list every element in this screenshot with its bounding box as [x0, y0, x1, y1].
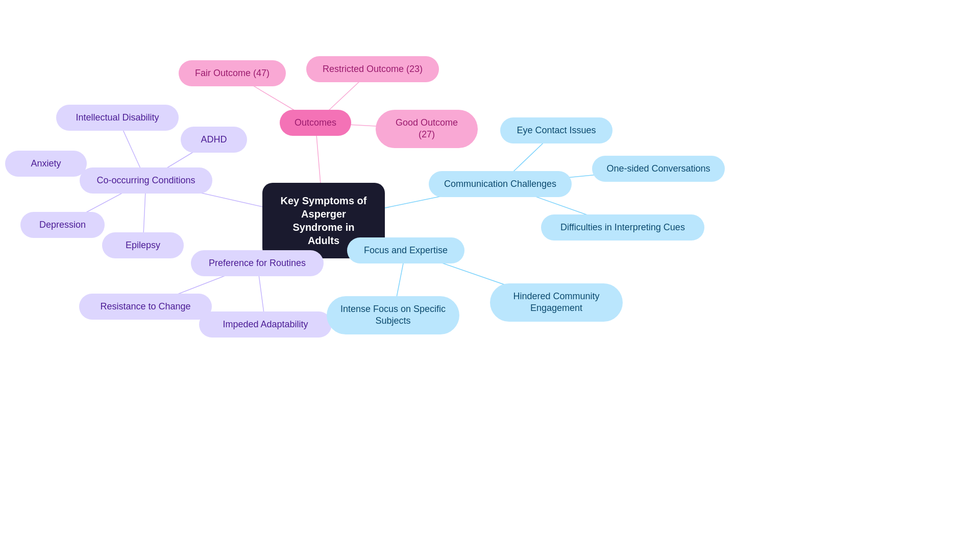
impeded-adaptability-node: Impeded Adaptability	[199, 311, 332, 338]
depression-node: Depression	[20, 212, 105, 238]
difficulties-interpreting-node: Difficulties in Interpreting Cues	[541, 214, 704, 241]
resistance-change-node: Resistance to Change	[79, 294, 212, 320]
hindered-community-node: Hindered Community Engagement	[490, 283, 623, 322]
co-occurring-node: Co-occurring Conditions	[80, 167, 212, 194]
outcomes-node: Outcomes	[280, 110, 351, 136]
restricted-outcome-node: Restricted Outcome (23)	[306, 56, 439, 82]
epilepsy-node: Epilepsy	[102, 232, 184, 258]
anxiety-node: Anxiety	[5, 151, 87, 177]
intellectual-disability-node: Intellectual Disability	[56, 105, 179, 131]
eye-contact-node: Eye Contact Issues	[500, 117, 612, 143]
one-sided-conversations-node: One-sided Conversations	[592, 156, 725, 182]
focus-expertise-node: Focus and Expertise	[347, 237, 464, 263]
fair-outcome-node: Fair Outcome (47)	[179, 60, 286, 86]
preference-routines-node: Preference for Routines	[191, 250, 324, 276]
adhd-node: ADHD	[181, 127, 247, 153]
good-outcome-node: Good Outcome (27)	[376, 110, 478, 148]
communication-challenges-node: Communication Challenges	[429, 171, 572, 197]
intense-focus-node: Intense Focus on Specific Subjects	[327, 296, 459, 334]
